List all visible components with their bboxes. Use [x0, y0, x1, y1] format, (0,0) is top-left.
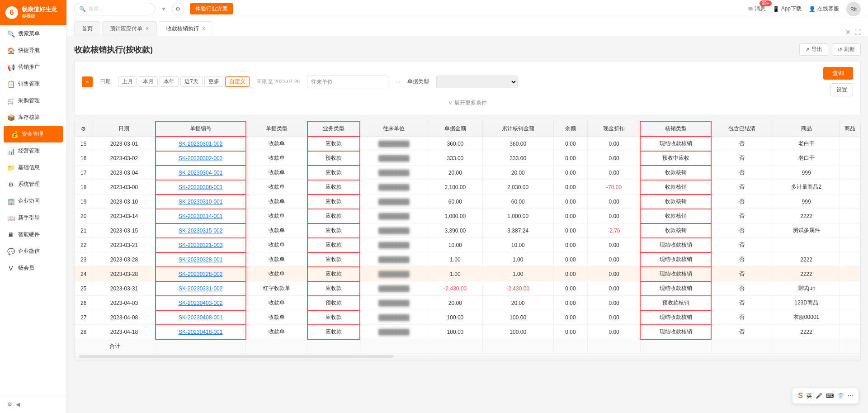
- topbar-service-group[interactable]: 👤 在线客服: [809, 5, 839, 13]
- date-last-month-button[interactable]: 上月: [118, 76, 137, 87]
- cell-cash-discount: 0.00: [588, 209, 640, 223]
- tab-home[interactable]: 首页: [74, 21, 100, 36]
- sidebar-item-finance[interactable]: 💰 资金管理: [4, 126, 63, 142]
- topbar-solution-button[interactable]: 体验行业方案: [190, 3, 233, 14]
- cell-partner: ████████: [360, 310, 428, 325]
- doc-no-link[interactable]: SK-20230403-002: [179, 300, 222, 306]
- topbar-chevron-icon[interactable]: ▼: [161, 6, 166, 12]
- doc-no-link[interactable]: SK-20230408-001: [179, 314, 222, 321]
- cell-product: 999: [773, 166, 840, 180]
- cell-idx: 19: [75, 195, 93, 209]
- tab-close-all-icon[interactable]: ✕: [845, 28, 851, 36]
- cell-cash-discount: 0.00: [588, 238, 640, 252]
- sidebar-item-enterprise[interactable]: 🏢 企业协同: [0, 193, 66, 209]
- date-this-year-button[interactable]: 本年: [160, 76, 179, 87]
- cell-product2: [840, 151, 860, 166]
- topbar-message-group[interactable]: ✉ 消息 99+: [748, 5, 765, 13]
- table-settings-icon[interactable]: ⚙: [81, 126, 86, 132]
- cell-product2: [840, 180, 860, 195]
- table-row: 15 2023-03-01 SK-20230301-002 收款单 应收款 ██…: [75, 137, 860, 151]
- sidebar-item-purchase[interactable]: 🛒 采购管理: [0, 92, 66, 109]
- date-this-month-button[interactable]: 本月: [139, 76, 158, 87]
- filter-collapse-button[interactable]: »: [82, 76, 93, 87]
- sidebar-item-wechat[interactable]: 💬 企业微信: [0, 243, 66, 260]
- export-button[interactable]: ↗ 导出: [799, 43, 828, 56]
- doc-no-link[interactable]: SK-20230301-002: [179, 141, 222, 147]
- sidebar-item-search[interactable]: 🔍 搜索菜单: [0, 25, 66, 42]
- sidebar-item-basicinfo[interactable]: 📁 基础信息: [0, 159, 66, 176]
- cell-cash-discount: 0.00: [588, 281, 640, 296]
- doc-no-link[interactable]: SK-20230302-002: [179, 155, 222, 161]
- ime-logo: S: [798, 392, 803, 400]
- cell-cumulative: -2,430.00: [482, 281, 553, 296]
- sidebar-item-guide[interactable]: 📖 新手引导: [0, 209, 66, 226]
- partner-filter-input[interactable]: [307, 76, 388, 88]
- ime-keyboard-icon[interactable]: ⌨: [826, 393, 834, 399]
- cell-balance: 0.00: [553, 252, 588, 267]
- wechat-icon: 💬: [7, 248, 14, 255]
- cell-cumulative: 20.00: [482, 166, 553, 180]
- cell-product: 2222: [773, 252, 840, 267]
- query-button[interactable]: 查询: [823, 67, 853, 80]
- table-row: 26 2023-04-03 SK-20230403-002 收款单 预收款 ██…: [75, 296, 860, 310]
- tab-expand-icon[interactable]: ⛶: [854, 28, 861, 36]
- sidebar-item-inventory[interactable]: 📦 库存核算: [0, 109, 66, 126]
- cell-idx: 23: [75, 252, 93, 267]
- cell-cumulative: 2,030.00: [482, 180, 553, 195]
- doc-no-link[interactable]: SK-20230321-003: [179, 242, 222, 248]
- ime-mic-icon[interactable]: 🎤: [816, 393, 822, 399]
- topbar-gear-button[interactable]: ⚙: [172, 3, 184, 15]
- cell-include-settled: 否: [711, 281, 773, 296]
- cell-verify-type: 预收款核销: [640, 296, 711, 310]
- doc-type-select[interactable]: [436, 76, 518, 88]
- topbar-app-group[interactable]: 📱 App下载: [773, 5, 802, 13]
- filter-expand-button[interactable]: ∨ 展开更多条件: [82, 96, 853, 109]
- cell-cumulative: 10.00: [482, 238, 553, 252]
- doc-no-link[interactable]: SK-20230304-001: [179, 170, 222, 176]
- th-settings[interactable]: ⚙: [75, 121, 93, 137]
- cell-date: 2023-03-10: [93, 195, 156, 209]
- doc-no-link[interactable]: SK-20230328-002: [179, 271, 222, 277]
- th-date: 日期: [93, 121, 156, 137]
- cell-date: 2023-03-28: [93, 252, 156, 267]
- horizontal-scrollbar[interactable]: [75, 355, 860, 360]
- refresh-button[interactable]: ↺ 刷新: [832, 43, 861, 56]
- sidebar-item-sales[interactable]: 📋 销售管理: [0, 76, 66, 92]
- doc-no-link[interactable]: SK-20230308-001: [179, 184, 222, 190]
- doc-no-link[interactable]: SK-20230328-001: [179, 256, 222, 263]
- cell-product: 衣服00001: [773, 310, 840, 325]
- cell-idx: 25: [75, 281, 93, 296]
- sidebar-item-operations[interactable]: 📊 经营管理: [0, 142, 66, 159]
- date-7days-button[interactable]: 近7天: [180, 76, 203, 87]
- tab-prepay-invoice[interactable]: 预计应应付单 ✕: [102, 21, 157, 36]
- sidebar-settings-icon[interactable]: ⚙: [7, 401, 12, 408]
- sidebar-collapse-icon[interactable]: ◀: [16, 401, 20, 408]
- cell-cumulative: 333.00: [482, 151, 553, 166]
- date-custom-button[interactable]: 自定义: [225, 76, 250, 87]
- tab-receipt-close-icon[interactable]: ✕: [202, 26, 206, 32]
- topbar-search-box[interactable]: 🔍 搜索...: [74, 3, 156, 15]
- doc-no-link[interactable]: SK-20230315-002: [179, 228, 222, 234]
- doc-no-link[interactable]: SK-20230331-002: [179, 285, 222, 292]
- cell-cash-discount: 0.00: [588, 252, 640, 267]
- tab-prepay-close-icon[interactable]: ✕: [145, 26, 149, 32]
- sidebar-item-member[interactable]: V 畅会员: [0, 260, 66, 276]
- table-row: 18 2023-03-08 SK-20230308-001 收款单 应收款 ██…: [75, 180, 860, 195]
- cell-partner: ████████: [360, 180, 428, 195]
- sidebar-item-marketing[interactable]: 📢 营销推广: [0, 59, 66, 76]
- user-avatar[interactable]: Rit: [846, 2, 861, 16]
- doc-no-link[interactable]: SK-20230418-001: [179, 329, 222, 335]
- topbar: 🔍 搜索... ▼ ⚙ 体验行业方案 ✉ 消息 99+ 📱 App下载 👤 在线…: [67, 0, 868, 18]
- filter-setting-button[interactable]: 设置: [830, 83, 853, 96]
- sidebar-item-system[interactable]: ⚙ 系统管理: [0, 176, 66, 193]
- ime-icon2[interactable]: ⋯: [848, 393, 853, 399]
- date-more-button[interactable]: 更多: [204, 76, 223, 87]
- sidebar-item-quicknav[interactable]: 🏠 快捷导航: [0, 42, 66, 59]
- tab-receipt-verify[interactable]: 收款核销执行 ✕: [159, 21, 213, 36]
- cell-verify-type: 收款核销: [640, 223, 711, 238]
- hardware-icon: 🖥: [7, 231, 14, 238]
- doc-no-link[interactable]: SK-20230314-001: [179, 213, 222, 219]
- sidebar-item-hardware[interactable]: 🖥 智能硬件: [0, 226, 66, 243]
- doc-no-link[interactable]: SK-20230310-001: [179, 199, 222, 205]
- ime-icon1[interactable]: 👕: [837, 393, 844, 399]
